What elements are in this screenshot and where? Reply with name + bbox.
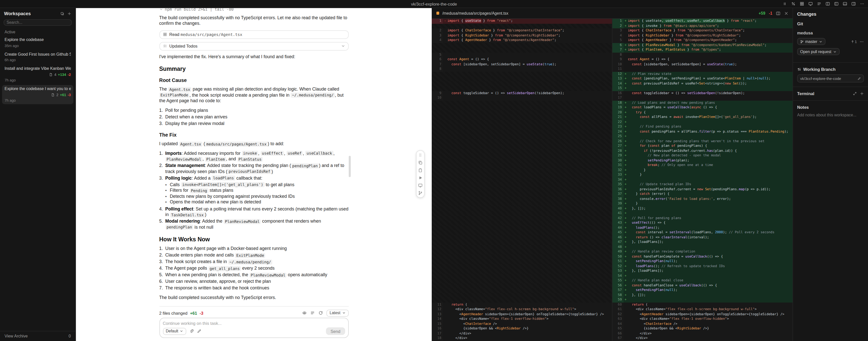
diff-row: 11: [612, 67, 793, 71]
workspace-search[interactable]: [4, 19, 72, 26]
model-dropdown[interactable]: Default: [163, 328, 186, 335]
refresh-icon[interactable]: [319, 311, 323, 315]
split-view-icon[interactable]: [776, 11, 780, 16]
terminal-command-row[interactable]: npm run build 2>&1 | tail -80: [159, 8, 348, 11]
diff-marker: [443, 202, 447, 206]
code-line: }, []);: [628, 293, 793, 298]
rename-branch-icon[interactable]: [857, 76, 861, 80]
chevron-down-icon: [180, 329, 183, 333]
diff-marker: [443, 196, 447, 202]
clipboard-icon[interactable]: [418, 168, 423, 173]
view-archive-link[interactable]: View Archive: [5, 334, 28, 338]
code-line: [447, 43, 612, 48]
panel-bottom-icon[interactable]: [843, 2, 847, 6]
drag-handle-icon[interactable]: [418, 153, 423, 157]
list-icon[interactable]: [817, 2, 822, 6]
code-line: [447, 134, 612, 139]
archive-count: 0: [69, 334, 71, 338]
workspace-item[interactable]: Create Good First Issues on Github So...…: [2, 50, 73, 64]
stack-icon[interactable]: [60, 12, 64, 16]
diff-row: [432, 202, 612, 206]
tool-call-label: Read medusa/src/pages/Agent.tsx: [169, 32, 242, 37]
preview-icon[interactable]: [418, 183, 423, 188]
more-actions-icon[interactable]: [859, 39, 864, 44]
code-line: [447, 96, 612, 100]
working-branch-input[interactable]: [800, 76, 855, 81]
workspace-item-title: Explore the codebase: [5, 37, 71, 42]
message-input-box[interactable]: Default Send: [159, 318, 348, 338]
diff-marker: +: [623, 177, 628, 182]
chat-scroll-area[interactable]: npm run build 2>&1 | tail -80The build c…: [76, 8, 432, 306]
notes-section[interactable]: Notes: [797, 105, 864, 110]
code-line: </div>: [447, 331, 612, 336]
diff-marker: [443, 259, 447, 264]
workspace-item[interactable]: Install and integrate Vibe Kanban Web...…: [2, 65, 73, 84]
file-icon: [49, 72, 53, 76]
chevron-down-icon[interactable]: [341, 44, 345, 48]
workspace-item[interactable]: Explore the codebase35m ago: [2, 36, 73, 49]
watch-icon[interactable]: [302, 311, 307, 315]
edit-icon[interactable]: [197, 329, 202, 333]
diff-marker: [443, 278, 447, 283]
attach-icon[interactable]: [189, 329, 194, 333]
files-changed-label[interactable]: 2 files changed: [159, 310, 188, 315]
expand-terminal-icon[interactable]: [853, 92, 857, 96]
notes-placeholder[interactable]: Add notes about this workspace...: [797, 113, 864, 117]
code-line: import { ChatInterface } from "@/compone…: [447, 28, 612, 33]
code-line: try {: [628, 110, 793, 115]
working-branch-field[interactable]: [797, 74, 864, 83]
list-text: Poll for pending plans: [165, 107, 348, 113]
search-input[interactable]: [7, 20, 69, 25]
open-pr-button[interactable]: Open pull request: [797, 48, 839, 55]
copy-icon[interactable]: [418, 160, 423, 165]
pause-icon[interactable]: [782, 2, 787, 6]
branch-selector[interactable]: master: [797, 38, 826, 45]
send-button[interactable]: Send: [326, 327, 345, 335]
diff-marker: +: [623, 149, 628, 153]
code-line: </div>: [628, 336, 793, 341]
run-icon[interactable]: [418, 176, 423, 180]
diff-row: 8: [612, 52, 793, 57]
diff-marker: [443, 28, 447, 33]
new-workspace-icon[interactable]: [67, 12, 71, 16]
diff-marker: [443, 302, 447, 307]
line-number: 43: [612, 221, 623, 225]
diff-row: [432, 139, 612, 144]
diff-list-icon[interactable]: [311, 311, 315, 315]
percent-icon[interactable]: [791, 2, 796, 6]
panel-right-icon[interactable]: [851, 2, 856, 6]
diff-marker: [623, 91, 628, 96]
terminal-section[interactable]: Terminal: [797, 91, 864, 96]
diff-file-tab[interactable]: /medusa/medusa/src/pages/Agent.tsx +59 -…: [432, 8, 793, 19]
display-icon[interactable]: [808, 2, 813, 6]
diff-row: [432, 206, 612, 211]
code-line: const Agent = () => {: [628, 57, 793, 62]
line-number: [432, 43, 443, 48]
line-number: 27: [612, 144, 623, 149]
code-line: [447, 173, 612, 177]
chat-scrollbar[interactable]: [349, 156, 351, 177]
line-number: 38: [612, 196, 623, 202]
diff-marker: +: [623, 249, 628, 254]
tool-call-row[interactable]: Updated Todos: [159, 42, 348, 50]
message-input[interactable]: [163, 321, 345, 326]
tool-call-label: Updated Todos: [169, 43, 197, 49]
apps-icon[interactable]: [800, 2, 804, 6]
line-number: 8: [612, 52, 623, 57]
diff-marker: +: [623, 153, 628, 158]
close-diff-icon[interactable]: [784, 11, 788, 16]
diff-marker: [443, 168, 447, 173]
line-number: [432, 245, 443, 249]
version-dropdown[interactable]: Latest: [327, 309, 349, 316]
diff-marker: [443, 67, 447, 71]
new-terminal-icon[interactable]: [860, 92, 864, 96]
line-number: 59: [612, 298, 623, 302]
panel-left-icon[interactable]: [834, 2, 839, 6]
line-number: [432, 240, 443, 245]
git-branch-icon[interactable]: [418, 191, 423, 195]
repo-name: medusa: [797, 31, 864, 35]
tool-call-row[interactable]: Read medusa/src/pages/Agent.tsx: [159, 30, 348, 39]
workspace-item[interactable]: Explore the codebase I want you to ex...…: [2, 85, 73, 104]
more-icon[interactable]: [860, 2, 864, 6]
split-icon[interactable]: [826, 2, 830, 6]
